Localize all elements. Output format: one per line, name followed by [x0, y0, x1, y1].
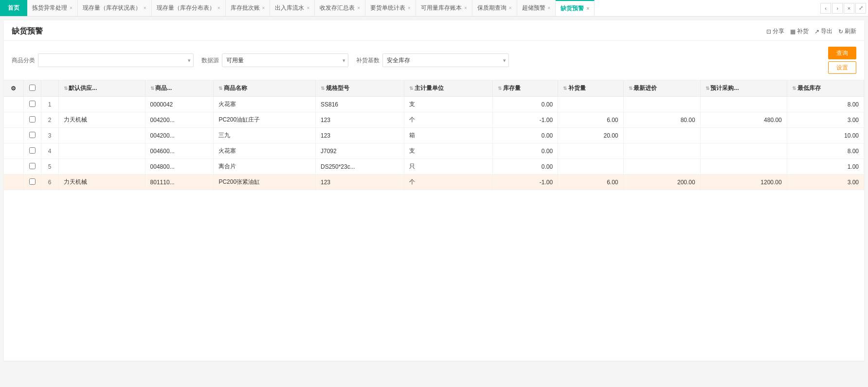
row-replenish — [558, 159, 623, 175]
tab-expiry[interactable]: 保质期查询× — [472, 0, 517, 17]
tab-close-shortage[interactable]: × — [586, 6, 589, 11]
row-replenish — [558, 97, 623, 112]
query-button[interactable]: 查询 — [828, 47, 856, 59]
select-all-checkbox[interactable] — [29, 85, 36, 91]
row-spec: SS816 — [315, 97, 404, 112]
row-unit: 只 — [404, 159, 492, 175]
row-est-purchase — [700, 159, 787, 175]
col-goods-name[interactable]: 商品名称 — [214, 80, 316, 97]
row-checkbox-cell[interactable] — [23, 175, 41, 190]
table-wrap: ⚙ 默认供应... 商品... 商品名称 规格型号 主计量单位 库存量 补货量 … — [4, 80, 864, 190]
row-stock: 0.00 — [492, 97, 558, 112]
row-checkbox-cell[interactable] — [23, 112, 41, 128]
replenish-base-select[interactable]: 安全库存 — [382, 53, 509, 67]
refresh-button[interactable]: ↻ 刷新 — [838, 27, 856, 35]
col-checkbox — [23, 80, 41, 97]
share-icon: ⊡ — [766, 28, 771, 35]
row-checkbox[interactable] — [29, 116, 36, 123]
row-latest-price — [623, 159, 700, 175]
row-checkbox[interactable] — [29, 101, 36, 107]
row-replenish: 6.00 — [558, 175, 623, 190]
tab-nav-close[interactable]: × — [844, 3, 854, 14]
row-checkbox[interactable] — [29, 178, 36, 185]
tab-close-available[interactable]: × — [464, 5, 467, 11]
col-spec[interactable]: 规格型号 — [315, 80, 404, 97]
tab-close-receipt[interactable]: × — [357, 5, 360, 11]
tab-nav-buttons: ‹ › × ⤢ — [819, 3, 868, 14]
tab-close-stock-status[interactable]: × — [144, 5, 146, 11]
tab-stock-status[interactable]: 现存量（库存状况表）× — [78, 0, 152, 17]
tab-close-demand[interactable]: × — [408, 5, 411, 11]
table-header-row: ⚙ 默认供应... 商品... 商品名称 规格型号 主计量单位 库存量 补货量 … — [4, 80, 864, 97]
row-seq: 1 — [41, 97, 58, 112]
tab-nav-right[interactable]: › — [832, 3, 843, 14]
row-gear-cell — [4, 112, 23, 128]
category-select-wrap — [38, 53, 194, 67]
row-replenish: 20.00 — [558, 128, 623, 143]
row-goods-code: 801110... — [145, 175, 214, 190]
row-checkbox-cell[interactable] — [23, 159, 41, 175]
row-gear-cell — [4, 175, 23, 190]
col-replenish[interactable]: 补货量 — [558, 80, 623, 97]
page-title: 缺货预警 — [12, 26, 43, 36]
row-min-stock: 1.00 — [787, 159, 864, 175]
col-stock[interactable]: 库存量 — [492, 80, 558, 97]
row-checkbox-cell[interactable] — [23, 128, 41, 143]
replenish-button[interactable]: ▦ 补货 — [790, 27, 809, 35]
col-gear[interactable]: ⚙ — [4, 80, 23, 97]
row-seq: 3 — [41, 128, 58, 143]
col-min-stock[interactable]: 最低库存 — [787, 80, 864, 97]
filter-actions: 查询 设置 — [828, 47, 856, 74]
tab-close-abnormal[interactable]: × — [70, 5, 72, 11]
tab-receipt[interactable]: 收发存汇总表× — [315, 0, 365, 17]
row-seq: 6 — [41, 175, 58, 190]
row-stock: 0.00 — [492, 159, 558, 175]
row-supplier: 力天机械 — [58, 175, 145, 190]
row-checkbox-cell[interactable] — [23, 143, 41, 159]
tab-overstock[interactable]: 超储预警× — [517, 0, 556, 17]
datasource-select[interactable]: 可用量 — [222, 53, 348, 67]
row-supplier — [58, 159, 145, 175]
row-checkbox-cell[interactable] — [23, 97, 41, 112]
col-unit[interactable]: 主计量单位 — [404, 80, 492, 97]
row-supplier — [58, 128, 145, 143]
tab-close-batch[interactable]: × — [262, 5, 265, 11]
tab-close-expiry[interactable]: × — [509, 5, 512, 11]
tab-close-stock-dist[interactable]: × — [217, 5, 220, 11]
col-goods-code[interactable]: 商品... — [145, 80, 214, 97]
row-stock: -1.00 — [492, 112, 558, 128]
settings-button[interactable]: 设置 — [828, 61, 856, 74]
col-est-purchase[interactable]: 预计采购... — [700, 80, 787, 97]
col-supplier[interactable]: 默认供应... — [58, 80, 145, 97]
tab-stock-dist[interactable]: 现存量（库存分布表）× — [152, 0, 226, 17]
row-seq: 5 — [41, 159, 58, 175]
row-gear-cell — [4, 128, 23, 143]
row-unit: 箱 — [404, 128, 492, 143]
tab-home[interactable]: 首页 — [0, 0, 27, 17]
tab-shortage[interactable]: 缺货预警× — [556, 0, 595, 17]
row-replenish — [558, 143, 623, 159]
tab-nav-maximize[interactable]: ⤢ — [855, 3, 866, 14]
export-button[interactable]: ↗ 导出 — [814, 27, 832, 35]
row-spec: 123 — [315, 112, 404, 128]
tab-batch[interactable]: 库存批次账× — [226, 0, 271, 17]
tab-close-inout[interactable]: × — [307, 5, 309, 11]
tab-inout[interactable]: 出入库流水× — [270, 0, 315, 17]
row-checkbox[interactable] — [29, 132, 36, 138]
row-checkbox[interactable] — [29, 147, 36, 154]
share-button[interactable]: ⊡ 分享 — [766, 27, 784, 35]
col-latest-price[interactable]: 最新进价 — [623, 80, 700, 97]
row-spec: DS250*23c... — [315, 159, 404, 175]
row-checkbox[interactable] — [29, 163, 36, 169]
tab-available[interactable]: 可用量库存账本× — [416, 0, 472, 17]
row-gear-cell — [4, 97, 23, 112]
tab-abnormal[interactable]: 拣货异常处理× — [27, 0, 78, 17]
tab-close-overstock[interactable]: × — [548, 5, 551, 11]
category-select[interactable] — [38, 53, 194, 67]
row-goods-name: PC200油缸庄子 — [214, 112, 316, 128]
tab-bar: 首页拣货异常处理×现存量（库存状况表）×现存量（库存分布表）×库存批次账×出入库… — [0, 0, 868, 17]
tab-demand[interactable]: 要货单统计表× — [365, 0, 416, 17]
row-gear-cell — [4, 143, 23, 159]
tab-nav-left[interactable]: ‹ — [820, 3, 831, 14]
main-content: 缺货预警 ⊡ 分享 ▦ 补货 ↗ 导出 ↻ 刷新 商品分类 — [4, 20, 864, 361]
